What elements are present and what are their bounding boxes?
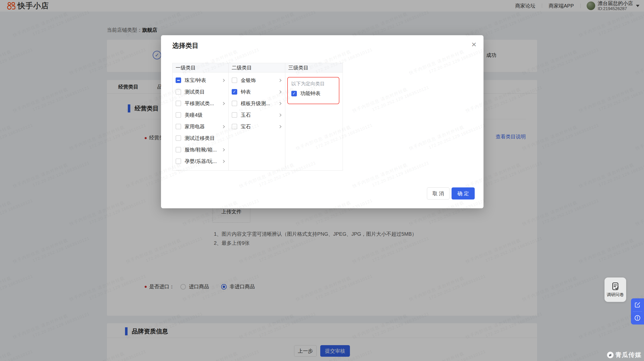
category-item[interactable] xyxy=(173,167,228,170)
category-label: 金银饰 xyxy=(241,77,256,84)
category-label: 宝石 xyxy=(241,123,251,130)
category-column-level1: 珠宝/钟表测试类目平移测试类...美瞳4级家用电器测试迁移类目服饰/鞋靴/箱..… xyxy=(173,72,229,170)
category-item[interactable]: 功能钟表 xyxy=(288,90,339,97)
checkbox-indeterminate-icon[interactable] xyxy=(176,77,181,83)
chevron-right-icon xyxy=(222,125,225,128)
survey-clipboard-icon xyxy=(611,282,620,291)
category-item[interactable]: 宝石 xyxy=(229,121,285,132)
info-button[interactable] xyxy=(631,312,644,325)
category-item[interactable]: 玉石 xyxy=(229,109,285,121)
category-label: 美瞳4级 xyxy=(185,112,203,118)
checkbox-icon[interactable] xyxy=(176,170,181,170)
category-item[interactable]: 测试迁移类目 xyxy=(173,132,228,144)
category-item[interactable]: 珠宝/钟表 xyxy=(173,74,228,86)
chevron-right-icon xyxy=(278,125,281,128)
column-header-level1: 一级类目 xyxy=(173,63,229,72)
category-item[interactable]: 金银饰 xyxy=(229,74,285,86)
category-item[interactable]: 孕婴/乐器/玩... xyxy=(173,155,228,167)
category-item[interactable]: 美瞳4级 xyxy=(173,109,228,121)
checkbox-icon[interactable] xyxy=(232,124,237,129)
checkbox-icon[interactable] xyxy=(232,112,237,118)
column-header-level2: 二级类目 xyxy=(229,63,285,72)
chevron-right-icon xyxy=(278,79,281,82)
category-label: 服饰/鞋靴/箱... xyxy=(185,146,217,153)
targeted-category-note: 以下为定向类目 xyxy=(288,81,339,87)
category-label: 测试迁移类目 xyxy=(185,135,215,142)
checkbox-icon[interactable] xyxy=(176,124,181,129)
checkbox-icon[interactable] xyxy=(176,135,181,141)
category-item[interactable]: 家用电器 xyxy=(173,121,228,132)
checkbox-checked-icon[interactable] xyxy=(232,89,237,95)
cancel-button[interactable]: 取 消 xyxy=(427,187,450,199)
checkbox-icon[interactable] xyxy=(176,112,181,118)
category-item[interactable]: 模板升级测... xyxy=(229,98,285,109)
chevron-right-icon xyxy=(278,113,281,117)
checkbox-icon[interactable] xyxy=(176,101,181,106)
category-label: 家用电器 xyxy=(185,123,205,130)
confirm-button[interactable]: 确 定 xyxy=(452,187,475,199)
targeted-category-highlight-box: 以下为定向类目 功能钟表 xyxy=(287,77,339,104)
checkbox-icon[interactable] xyxy=(176,147,181,152)
chevron-right-icon xyxy=(222,79,225,82)
category-label: 功能钟表 xyxy=(300,90,320,97)
survey-widget[interactable]: 调研问卷 xyxy=(605,277,626,302)
close-icon[interactable]: × xyxy=(468,39,479,50)
category-item[interactable]: 平移测试类... xyxy=(173,98,228,109)
info-circle-icon xyxy=(634,315,640,321)
modal-footer: 取 消 确 定 xyxy=(161,187,484,199)
select-category-modal: 选择类目 × 一级类目 二级类目 三级类目 珠宝/钟表测试类目平移测试类...美… xyxy=(161,35,484,208)
category-selector: 一级类目 二级类目 三级类目 珠宝/钟表测试类目平移测试类...美瞳4级家用电器… xyxy=(172,63,343,171)
chevron-right-icon xyxy=(222,102,225,105)
category-column-level2: 金银饰钟表模板升级测...玉石宝石 xyxy=(229,72,285,170)
side-toolbar xyxy=(631,298,644,325)
category-label: 测试类目 xyxy=(185,89,205,95)
chevron-right-icon xyxy=(222,148,225,151)
checkbox-icon[interactable] xyxy=(176,158,181,164)
category-item[interactable]: 测试类目 xyxy=(173,86,228,98)
category-label: 模板升级测... xyxy=(241,100,270,107)
category-label: 珠宝/钟表 xyxy=(185,77,206,84)
checkbox-icon[interactable] xyxy=(232,101,237,106)
feedback-button[interactable] xyxy=(631,298,644,311)
category-selector-body: 珠宝/钟表测试类目平移测试类...美瞳4级家用电器测试迁移类目服饰/鞋靴/箱..… xyxy=(173,72,343,170)
category-item[interactable]: 钟表 xyxy=(229,86,285,98)
chevron-right-icon xyxy=(278,90,281,94)
survey-label: 调研问卷 xyxy=(607,292,624,298)
checkbox-icon[interactable] xyxy=(232,77,237,83)
page: 快手小店 商家论坛 商家端APP 澹台届忿的小店 ID:2194526287 当… xyxy=(0,0,644,361)
column-header-level3: 三级类目 xyxy=(285,63,343,72)
category-label: 孕婴/乐器/玩... xyxy=(185,158,217,165)
category-column-level3: 以下为定向类目 功能钟表 xyxy=(285,72,343,170)
checkbox-icon[interactable] xyxy=(176,89,181,95)
chevron-right-icon xyxy=(278,102,281,105)
category-label: 平移测试类... xyxy=(185,100,214,107)
checkbox-checked-icon[interactable] xyxy=(291,91,297,96)
edit-icon xyxy=(634,302,640,308)
category-item[interactable]: 服饰/鞋靴/箱... xyxy=(173,144,228,155)
category-label: 玉石 xyxy=(241,112,251,118)
category-selector-headers: 一级类目 二级类目 三级类目 xyxy=(173,63,343,72)
chevron-right-icon xyxy=(222,160,225,163)
category-label: 钟表 xyxy=(241,89,251,95)
modal-title: 选择类目 xyxy=(172,41,198,50)
